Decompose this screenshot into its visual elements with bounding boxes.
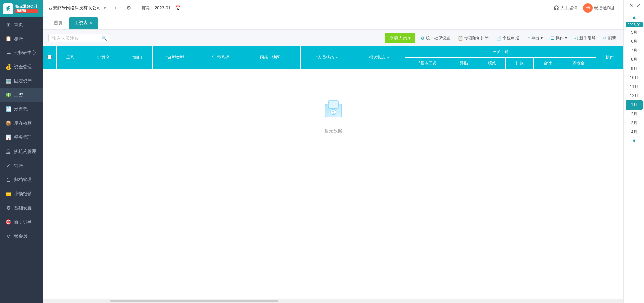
sidebar-icon-15: V bbox=[5, 233, 11, 239]
export-button[interactable]: ↗ 导出 ▾ bbox=[524, 34, 545, 42]
sort-name-icon[interactable]: ⇅ bbox=[96, 56, 99, 59]
social-security-button[interactable]: ⚙ 统一社保设置 bbox=[419, 34, 452, 42]
sidebar-item-小畅报销[interactable]: 💳 小畅报销 bbox=[0, 187, 43, 201]
month-item-3月[interactable]: 3月 bbox=[626, 119, 643, 128]
sidebar: 畅 畅应通好会计 旗舰版 ⊞ 首页📋 总账☁ 云报表中心💰 资金管理🏢 固定资产… bbox=[0, 0, 43, 303]
settings-button[interactable]: ⚙ bbox=[124, 3, 134, 13]
sidebar-label-10: 结账 bbox=[14, 163, 23, 169]
sidebar-icon-12: 💳 bbox=[5, 191, 11, 197]
sidebar-item-多机构管理[interactable]: 🏛 多机构管理 bbox=[0, 144, 43, 159]
special-deduction-button[interactable]: 📋 专项附加扣除 bbox=[456, 34, 491, 42]
month-item-12月[interactable]: 12月 bbox=[626, 91, 643, 100]
sidebar-item-税务管理[interactable]: 📊 税务管理 bbox=[0, 130, 43, 144]
top-bar: 西安虾米网络科技有限公司 ▼ + ⚙ 账期 2023-01 📅 🎧 人工咨询 畅… bbox=[43, 0, 623, 16]
sidebar-icon-9: 🏛 bbox=[5, 149, 11, 155]
year-down-nav[interactable]: ▼ bbox=[630, 137, 638, 145]
tab-home[interactable]: 首页 bbox=[48, 17, 68, 29]
sidebar-item-结账[interactable]: ✓ 结账 bbox=[0, 159, 43, 173]
add-company-button[interactable]: + bbox=[111, 3, 120, 13]
month-item-6月[interactable]: 6月 bbox=[626, 37, 643, 46]
refresh-button[interactable]: ↺ 刷新 bbox=[601, 34, 618, 42]
tax-declaration-button[interactable]: 📄 个税申报 bbox=[494, 34, 521, 42]
sidebar-item-新手引导[interactable]: 🎯 新手引导 bbox=[0, 215, 43, 229]
panel-expand-button[interactable]: ⤢ bbox=[636, 2, 641, 9]
app-logo: 畅 畅应通好会计 旗舰版 bbox=[0, 0, 43, 17]
sidebar-item-畅会员[interactable]: V 畅会员 bbox=[0, 229, 43, 243]
tab-payroll[interactable]: 工资表 × bbox=[69, 17, 98, 29]
company-dropdown-arrow: ▼ bbox=[103, 6, 107, 10]
tax-icon: 📄 bbox=[496, 36, 501, 41]
export-icon: ↗ bbox=[526, 36, 530, 41]
sidebar-icon-2: ☁ bbox=[5, 50, 11, 56]
panel-close-button[interactable]: ✕ bbox=[629, 2, 634, 9]
sidebar-label-7: 库存核算 bbox=[14, 120, 32, 126]
th-checkbox[interactable] bbox=[43, 46, 56, 69]
sidebar-item-总账[interactable]: 📋 总账 bbox=[0, 32, 43, 46]
sidebar-label-0: 首页 bbox=[14, 21, 23, 28]
filter-report-icon[interactable]: ▼ bbox=[386, 56, 390, 59]
month-item-10月[interactable]: 10月 bbox=[626, 73, 643, 82]
month-item-4月[interactable]: 4月 bbox=[626, 128, 643, 137]
sidebar-item-发票管理[interactable]: 🧾 发票管理 bbox=[0, 102, 43, 116]
month-item-11月[interactable]: 11月 bbox=[626, 82, 643, 91]
sidebar-label-5: 工资 bbox=[14, 92, 23, 98]
sidebar-item-固定资产[interactable]: 🏢 固定资产 bbox=[0, 74, 43, 88]
sidebar-label-13: 基础设置 bbox=[14, 205, 32, 211]
month-item-5月[interactable]: 5月 bbox=[626, 28, 643, 37]
service-button[interactable]: 🎧 人工咨询 bbox=[554, 5, 578, 11]
sidebar-item-库存核算[interactable]: 📦 库存核算 bbox=[0, 116, 43, 130]
th-pension: 养老金 bbox=[561, 58, 596, 69]
top-bar-right: 🎧 人工咨询 畅 畅捷通B组... bbox=[554, 3, 618, 13]
sidebar-item-工资[interactable]: 💵 工资 bbox=[0, 88, 43, 102]
filter-status-icon[interactable]: ▼ bbox=[335, 56, 339, 59]
month-item-7月[interactable]: 7月 bbox=[626, 46, 643, 55]
year-label: 2023.01 bbox=[626, 22, 643, 27]
search-input[interactable] bbox=[52, 36, 99, 41]
sidebar-label-6: 发票管理 bbox=[14, 106, 32, 112]
month-item-8月[interactable]: 8月 bbox=[626, 55, 643, 64]
divider-1 bbox=[138, 5, 138, 11]
calendar-icon[interactable]: 📅 bbox=[175, 5, 181, 11]
select-all-checkbox[interactable] bbox=[47, 55, 52, 59]
th-actions: 操作 bbox=[596, 46, 623, 69]
sidebar-label-8: 税务管理 bbox=[14, 134, 32, 140]
empty-icon: :( bbox=[320, 96, 347, 123]
company-selector[interactable]: 西安虾米网络科技有限公司 ▼ bbox=[48, 5, 107, 11]
empty-state: :( 暂无数据 bbox=[43, 69, 623, 161]
tab-close-button[interactable]: × bbox=[90, 20, 92, 25]
toolbar-actions: 添加人员 ▾ ⚙ 统一社保设置 📋 专项附加扣除 📄 个税申报 ↗ 导出 bbox=[385, 33, 618, 43]
panel-controls: ✕ ⤢ bbox=[624, 0, 644, 11]
month-item-1月[interactable]: 1月 bbox=[626, 100, 643, 110]
sidebar-icon-8: 📊 bbox=[5, 134, 11, 140]
sidebar-item-归档管理[interactable]: 🗂 归档管理 bbox=[0, 173, 43, 187]
deduction-icon: 📋 bbox=[458, 36, 463, 41]
month-item-9月[interactable]: 9月 bbox=[626, 64, 643, 73]
sidebar-label-14: 新手引导 bbox=[14, 219, 32, 225]
sidebar-label-12: 小畅报销 bbox=[14, 191, 32, 197]
period-label: 账期 bbox=[142, 5, 151, 11]
sidebar-item-首页[interactable]: ⊞ 首页 bbox=[0, 17, 43, 32]
payroll-table: 工号 ⇅ *姓名 *部门 *证型类型 *证型号码 bbox=[43, 46, 623, 161]
th-basic-salary: *基本工资 bbox=[405, 58, 450, 69]
sidebar-item-资金管理[interactable]: 💰 资金管理 bbox=[0, 60, 43, 74]
operations-button[interactable]: ☰ 操作 ▾ bbox=[548, 34, 569, 42]
add-person-button[interactable]: 添加人员 ▾ bbox=[385, 33, 415, 43]
table-scrollbar[interactable] bbox=[43, 299, 623, 303]
dropdown-arrow-icon: ▾ bbox=[408, 36, 411, 41]
user-profile[interactable]: 畅 畅捷通B组... bbox=[583, 3, 618, 13]
th-department: *部门 bbox=[122, 46, 152, 69]
sidebar-item-云报表中心[interactable]: ☁ 云报表中心 bbox=[0, 46, 43, 60]
sidebar-icon-4: 🏢 bbox=[5, 78, 11, 84]
tab-bar: 首页 工资表 × bbox=[43, 16, 623, 30]
scrollbar-thumb[interactable] bbox=[110, 300, 278, 302]
sidebar-icon-0: ⊞ bbox=[5, 21, 11, 28]
th-report-status: 报送状态 ▼ bbox=[354, 46, 405, 69]
toolbar: 🔍 添加人员 ▾ ⚙ 统一社保设置 📋 专项附加扣除 📄 个税申报 bbox=[43, 30, 623, 46]
guide-button[interactable]: ◎ 新手引导 bbox=[572, 34, 598, 42]
th-deductions: 扣款 bbox=[506, 58, 533, 69]
month-item-2月[interactable]: 2月 bbox=[626, 110, 643, 119]
sidebar-item-基础设置[interactable]: ⚙ 基础设置 bbox=[0, 201, 43, 215]
year-up-nav[interactable]: ▲ bbox=[630, 13, 638, 22]
search-icon: 🔍 bbox=[101, 35, 107, 41]
th-employee-id: 工号 bbox=[56, 46, 84, 69]
